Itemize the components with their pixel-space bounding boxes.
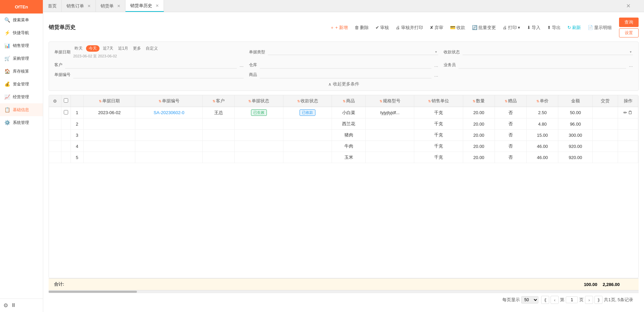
cell-customer bbox=[203, 141, 234, 152]
set-button[interactable]: 设置 bbox=[619, 28, 639, 37]
date-tab-7days[interactable]: 近7天 bbox=[102, 45, 115, 52]
tab-sales-history-label: 销货单历史 bbox=[130, 3, 152, 9]
sidebar-item-sales-mgmt[interactable]: 📊 销售管理 bbox=[0, 39, 43, 52]
row-checkbox[interactable] bbox=[64, 110, 68, 114]
cell-action[interactable] bbox=[618, 119, 638, 130]
doc-type-label: 单据类型 bbox=[249, 49, 265, 55]
warehouse-dots-icon[interactable]: ... bbox=[434, 62, 438, 68]
refresh-button[interactable]: ↻ 刷新 bbox=[565, 24, 583, 32]
horizontal-scrollbar[interactable] bbox=[49, 290, 639, 293]
scroll-thumb[interactable] bbox=[49, 291, 137, 293]
close-all-tabs[interactable]: ✕ bbox=[623, 3, 634, 9]
filter-row-2: 客户 ... 仓库 ... 业务员 ... bbox=[54, 61, 633, 69]
col-quantity[interactable]: ⇅数量 bbox=[463, 95, 495, 107]
cell-customer bbox=[203, 119, 234, 130]
tab-sales-goods[interactable]: 销货单 ✕ bbox=[96, 0, 125, 12]
export-button[interactable]: ⬆ 导出 bbox=[545, 24, 563, 32]
doc-no-link[interactable]: SA-20230602-0 bbox=[153, 110, 184, 115]
customer-input[interactable] bbox=[65, 61, 237, 69]
col-gift[interactable]: ⇅赠品 bbox=[495, 95, 526, 107]
review-button[interactable]: ✔ 审核 bbox=[373, 24, 391, 32]
abandon-button[interactable]: ✘ 弃审 bbox=[428, 24, 445, 32]
sidebar-item-search-menu[interactable]: 🔍 搜索菜单 bbox=[0, 14, 43, 26]
col-goods[interactable]: ⇅商品 bbox=[332, 95, 366, 107]
date-tab-more[interactable]: 更多 bbox=[132, 45, 142, 52]
col-collect-status[interactable]: ⇅收款状态 bbox=[283, 95, 332, 107]
doc-no-input[interactable] bbox=[73, 71, 244, 78]
doc-type-select[interactable]: ▾ bbox=[268, 49, 438, 55]
next-page-button[interactable]: › bbox=[585, 296, 593, 304]
tab-sales-history[interactable]: 销货单历史 ✕ bbox=[125, 0, 164, 12]
sidebar: OfTEn 🔍 搜索菜单 ⚡ 快捷导航 📊 销售管理 🛒 采购管理 🏠 库存核算… bbox=[0, 0, 43, 312]
cell-doc-no bbox=[135, 119, 203, 130]
tab-home[interactable]: 首页 bbox=[43, 0, 62, 12]
col-doc-no[interactable]: ⇅单据编号 bbox=[135, 95, 203, 107]
goods-input[interactable] bbox=[260, 71, 431, 78]
delete-button[interactable]: 🗑 删除 bbox=[353, 24, 371, 32]
prev-page-button[interactable]: ‹ bbox=[551, 296, 559, 304]
date-tab-1month[interactable]: 近1月 bbox=[117, 45, 130, 52]
page-size-select[interactable]: 50 100 200 bbox=[521, 296, 538, 304]
query-button[interactable]: 查询 bbox=[619, 18, 639, 27]
sort-icon: ⇅ bbox=[99, 99, 102, 103]
warehouse-input[interactable] bbox=[260, 61, 431, 69]
tab-sales-order-close[interactable]: ✕ bbox=[87, 4, 91, 8]
collect-button[interactable]: 💳 收款 bbox=[448, 24, 467, 32]
page-input[interactable] bbox=[566, 296, 578, 303]
cell-action[interactable] bbox=[618, 130, 638, 141]
page-title: 销货单历史 bbox=[49, 24, 76, 31]
pagination-bar: 每页显示 50 100 200 ⟪ ‹ 第 页 › ⟫ 共1页, 5条记录 bbox=[49, 293, 639, 307]
show-details-button[interactable]: 📄 显示明细 bbox=[586, 24, 614, 32]
date-tab-custom[interactable]: 自定义 bbox=[144, 45, 159, 52]
date-tab-yesterday[interactable]: 昨天 bbox=[73, 45, 84, 52]
table-settings-icon[interactable]: ⚙ bbox=[53, 99, 57, 104]
salesperson-dots-icon[interactable]: ... bbox=[629, 62, 633, 68]
cell-unit-price: 4.80 bbox=[527, 119, 558, 130]
first-page-button[interactable]: ⟪ bbox=[541, 296, 549, 304]
col-spec[interactable]: ⇅规格型号 bbox=[366, 95, 414, 107]
new-button[interactable]: ＋ + 新增 bbox=[328, 24, 350, 32]
sidebar-item-label: 快捷导航 bbox=[13, 30, 29, 36]
customer-dots-icon[interactable]: ... bbox=[240, 62, 244, 68]
select-all-checkbox[interactable] bbox=[64, 98, 68, 103]
cell-action[interactable]: ✏ 🗒 bbox=[618, 107, 638, 119]
salesperson-input[interactable] bbox=[458, 61, 626, 69]
sidebar-item-quick-nav[interactable]: ⚡ 快捷导航 bbox=[0, 26, 43, 39]
col-doc-status[interactable]: ⇅单据状态 bbox=[234, 95, 283, 107]
sort-icon: ⇅ bbox=[159, 99, 161, 103]
collect-status-select[interactable]: ▾ bbox=[463, 49, 633, 55]
search-icon: 🔍 bbox=[4, 17, 10, 23]
cell-doc-date bbox=[84, 152, 135, 163]
cell-action[interactable] bbox=[618, 141, 638, 152]
import-button[interactable]: ⬇ 导入 bbox=[525, 24, 542, 32]
sidebar-item-finance[interactable]: 💰 资金管理 bbox=[0, 78, 43, 90]
tab-sales-history-close[interactable]: ✕ bbox=[156, 3, 159, 8]
tab-sales-order-label: 销售订单 bbox=[66, 3, 84, 9]
filter-area: 单据日期 昨天 今天 近7天 近1月 更多 自定义 2023-06-02 至 2… bbox=[49, 42, 639, 91]
sidebar-item-sys-mgmt[interactable]: ⚙️ 系统管理 bbox=[0, 116, 43, 129]
tab-sales-goods-close[interactable]: ✕ bbox=[117, 4, 120, 8]
last-page-button[interactable]: ⟫ bbox=[594, 296, 603, 304]
date-tabs: 昨天 今天 近7天 近1月 更多 自定义 bbox=[73, 45, 159, 52]
sidebar-item-inventory[interactable]: 🏠 库存核算 bbox=[0, 65, 43, 78]
date-tab-today[interactable]: 今天 bbox=[86, 45, 100, 52]
col-customer[interactable]: ⇅客户 bbox=[203, 95, 234, 107]
tab-sales-order[interactable]: 销售订单 ✕ bbox=[62, 0, 96, 12]
col-settings[interactable]: ⚙ bbox=[49, 95, 61, 107]
sidebar-item-operation[interactable]: 📈 经营管理 bbox=[0, 90, 43, 103]
col-sales-unit[interactable]: ⇅销售单位 bbox=[414, 95, 463, 107]
review-print-button[interactable]: 🖨 审核并打印 bbox=[394, 24, 425, 32]
goods-dots-icon[interactable]: ... bbox=[434, 72, 438, 78]
col-unit-price[interactable]: ⇅单价 bbox=[527, 95, 558, 107]
collapse-button[interactable]: ∧ 收起更多条件 bbox=[328, 81, 359, 87]
cell-action[interactable] bbox=[618, 152, 638, 163]
cell-checkbox bbox=[61, 130, 71, 141]
col-doc-date[interactable]: ⇅单据日期 bbox=[84, 95, 135, 107]
sidebar-item-basic-info[interactable]: 📋 基础信息 bbox=[0, 103, 43, 116]
pause-icon[interactable]: ⏸ bbox=[11, 302, 16, 309]
cell-unit-price: 15.00 bbox=[527, 130, 558, 141]
settings-bottom-icon[interactable]: ⚙ bbox=[3, 302, 8, 309]
sidebar-item-purchase-mgmt[interactable]: 🛒 采购管理 bbox=[0, 52, 43, 65]
print-button[interactable]: 🖨 打印 ▾ bbox=[501, 24, 522, 32]
batch-change-button[interactable]: 🔄 批量变更 bbox=[470, 24, 498, 32]
